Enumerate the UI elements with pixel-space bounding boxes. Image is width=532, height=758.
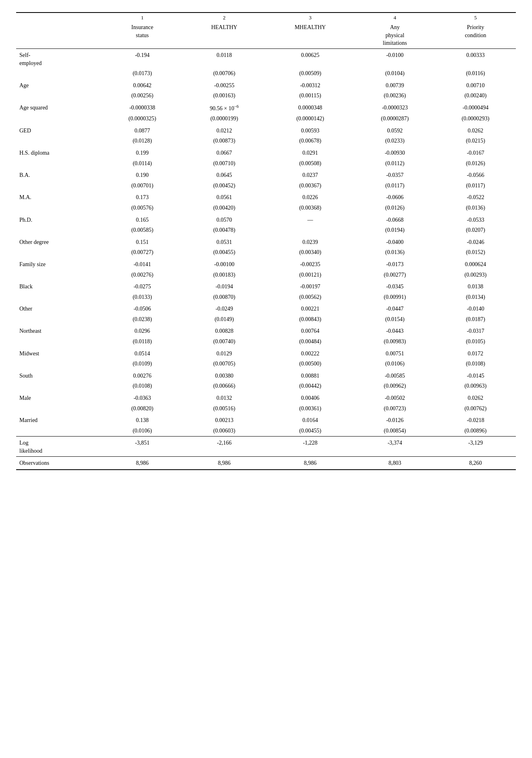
cell-se: (0.00562) [266,292,355,303]
cell-value: -0.00197 [266,280,355,292]
row-label-se [16,90,102,101]
cell-value: -0.0000323 [354,101,435,113]
cell-se: (0.00256) [102,90,183,101]
cell-se: (0.0149) [182,314,266,325]
cell-value: -0.0443 [354,325,435,336]
cell-se: (0.00368) [266,203,355,214]
cell-se: (0.00983) [354,336,435,347]
cell-se: (0.00277) [354,270,435,281]
cell-se: (0.00455) [182,247,266,258]
cell-value: 0.00380 [182,370,266,381]
cell-se: (0.00740) [182,336,266,347]
col3-label: MHEALTHY [266,22,355,48]
cell-se: (0.00340) [266,247,355,258]
cell-value: -0.0126 [354,414,435,426]
cell-value: 0.00406 [266,392,355,403]
cell-se: (0.00361) [266,403,355,414]
cell-se: (0.00843) [266,314,355,325]
cell-value: 0.00221 [266,302,355,314]
cell-se: (0.0114) [102,158,183,169]
cell-value: -0.00502 [354,392,435,403]
row-label-se [16,381,102,392]
cell-se: (0.00870) [182,292,266,303]
regression-table: 1 2 3 4 5 Insurancestatus HEALTHY MHEALT… [16,12,516,470]
cell-value: 0.00333 [435,48,516,68]
cell-value: 0.0262 [435,124,516,136]
cell-value: -0.00930 [354,147,435,158]
row-label: Age squared [16,101,102,113]
cell-value: 0.00593 [266,124,355,136]
cell-value: 0.0129 [182,347,266,359]
cell-se: (0.00442) [266,381,355,392]
cell-value: 0.00625 [266,48,355,68]
cell-value: 0.0239 [266,236,355,248]
cell-value: -0.00312 [266,79,355,91]
cell-se: (0.00896) [435,426,516,437]
cell-value: 0.00751 [354,347,435,359]
cell-se: (0.00452) [182,181,266,191]
cell-se: (0.00293) [435,270,516,281]
cell-se: (0.00455) [266,426,355,437]
table-row: Age squared-0.000033890.56 × 10−60.00003… [16,101,516,113]
row-label-se [16,336,102,347]
cell-value: -0.0506 [102,302,183,314]
cell-value: 0.0172 [435,347,516,359]
cell-value: 0.0000348 [266,101,355,113]
cell-value: 0.0212 [182,124,266,136]
col4-label: Anyphysicallimitations [354,22,435,48]
row-label: M.A. [16,191,102,203]
table-row-se: (0.0108)(0.00666)(0.00442)(0.00962)(0.00… [16,381,516,392]
cell-se: (0.00963) [435,381,516,392]
table-row-se: (0.0118)(0.00740)(0.00484)(0.00983)(0.01… [16,336,516,347]
row-label-header [16,22,102,48]
cell-se: (0.00962) [354,381,435,392]
row-label: Other [16,302,102,314]
col2-label: HEALTHY [182,22,266,48]
cell-se: (0.00678) [266,136,355,147]
row-label-se [16,292,102,303]
cell-se: (0.0105) [435,336,516,347]
table-row-se: (0.00576)(0.00420)(0.00368)(0.0126)(0.01… [16,203,516,214]
empty-header [16,13,102,22]
col5-label: Prioritycondition [435,22,516,48]
cell-value: 0.0291 [266,147,355,158]
cell-value: -0.0363 [102,392,183,403]
table-row: Loglikelihood-3,851-2,166-1,228-3,374-3,… [16,437,516,456]
cell-se: (0.00516) [182,403,266,414]
cell-value: 0.00828 [182,325,266,336]
cell-value: 0.00276 [102,370,183,381]
cell-se: (0.0136) [354,247,435,258]
cell-value: 8,986 [182,456,266,470]
row-label: Age [16,79,102,91]
table-row: Family size-0.0141-0.00100-0.00235-0.017… [16,258,516,270]
row-label: Black [16,280,102,292]
cell-value: -0.0000494 [435,101,516,113]
cell-se: (0.00576) [102,203,183,214]
table-row-se: (0.0238)(0.0149)(0.00843)(0.0154)(0.0187… [16,314,516,325]
cell-value: -0.0533 [435,214,516,225]
cell-value: 0.0592 [354,124,435,136]
cell-value: 0.199 [102,147,183,158]
cell-value: 8,260 [435,456,516,470]
cell-value: -0.0100 [354,48,435,68]
cell-se: (0.0154) [354,314,435,325]
cell-se: (0.00420) [182,203,266,214]
cell-value: 0.0226 [266,191,355,203]
row-label-se [16,136,102,147]
row-label: Ph.D. [16,214,102,225]
cell-se: (0.0000293) [435,113,516,124]
cell-value: -0.0566 [435,169,516,181]
cell-se: (0.00666) [182,381,266,392]
cell-value: -3,851 [102,437,183,456]
cell-value: 0.165 [102,214,183,225]
cell-se: (0.00705) [182,359,266,370]
table-row: B.A.0.1900.06450.0237-0.0357-0.0566 [16,169,516,181]
row-label: Loglikelihood [16,437,102,456]
cell-value: -0.0140 [435,302,516,314]
cell-se: (0.00240) [435,90,516,101]
cell-se: (0.0233) [354,136,435,147]
cell-se: (0.0000325) [102,113,183,124]
cell-value: -0.0145 [435,370,516,381]
cell-value: 0.0531 [182,236,266,248]
table-row-se: (0.0114)(0.00710)(0.00508)(0.0112)(0.012… [16,158,516,169]
